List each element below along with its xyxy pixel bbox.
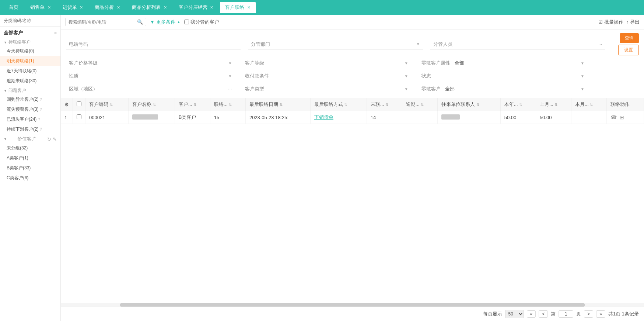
last-method-link[interactable]: 下销货单 — [314, 114, 333, 120]
nav-product-analysis-list[interactable]: 商品分析列表 ✕ — [127, 2, 172, 13]
nav-customer-contact[interactable]: 客户联络 ✕ — [220, 2, 256, 13]
field-retail-attr[interactable]: 零散客户属性 全部 ▼ — [419, 58, 587, 68]
sidebar-item-tomorrow[interactable]: 明天待联络(1) — [0, 56, 60, 66]
col-contacts[interactable]: 往来单位联系人 ⇅ — [437, 98, 500, 111]
sidebar-item-b-class[interactable]: B类客户(33) — [0, 163, 60, 173]
col-customer-name[interactable]: 客户名称 ⇅ — [129, 98, 175, 111]
col-customer-type[interactable]: 客户... ⇅ — [175, 98, 210, 111]
nav-close-sales[interactable]: ✕ — [48, 5, 51, 10]
filter-search-input[interactable] — [69, 20, 135, 25]
sidebar-item-ungroup[interactable]: 未分组(32) — [0, 143, 60, 153]
field-payment-terms[interactable]: 收付款条件 ▼ — [242, 71, 411, 81]
select-all-checkbox[interactable] — [77, 101, 81, 106]
col-contact-count[interactable]: 联络... ⇅ — [210, 98, 245, 111]
nav-close-product-analysis[interactable]: ✕ — [117, 5, 120, 10]
col-last-contact-method[interactable]: 最后联络方式 ⇅ — [310, 98, 367, 111]
my-customers-checkbox[interactable] — [184, 20, 189, 24]
row-last-method[interactable]: 下销货单 — [310, 111, 367, 124]
row-last-month: 50.00 — [536, 111, 571, 124]
chevron-down-icon: ▼ — [581, 87, 584, 91]
sidebar-item-today[interactable]: 今天待联络(0) — [0, 46, 60, 56]
filter-my-customers[interactable]: 我分管的客户 — [184, 19, 219, 25]
nav-close-customer-contact[interactable]: ✕ — [247, 5, 251, 10]
col-this-month[interactable]: 本月... ⇅ — [571, 98, 606, 111]
checkbox-icon: ☑ — [598, 19, 603, 25]
action-icons-container: ☎ ⊞ — [610, 114, 640, 120]
field-gender[interactable]: 性质 ▼ — [66, 71, 235, 81]
batch-operation-btn[interactable]: ☑ 批量操作 — [598, 19, 623, 25]
field-branch-dept[interactable]: 分管部门 ▼ — [248, 39, 423, 49]
masked-contacts — [441, 114, 460, 120]
field-retail-customer[interactable]: 零散客户 全部 ▼ — [419, 84, 587, 94]
page-number-input[interactable] — [559, 310, 573, 318]
field-branch-person[interactable]: 分管人员 ··· — [430, 39, 605, 49]
nav-home[interactable]: 首页 — [4, 2, 24, 13]
export-btn[interactable]: ↑ 导出 — [626, 19, 640, 25]
row-type: B类客户 — [175, 111, 210, 124]
sidebar-item-repurchase-abnormal[interactable]: 回购异常客户(2) ? — [0, 94, 60, 104]
field-customer-grade[interactable]: 客户等级 ▼ — [242, 58, 411, 68]
page-size-select[interactable]: 50 100 200 — [505, 310, 524, 318]
sidebar-all-customers[interactable]: 全部客户 « — [0, 27, 60, 38]
sidebar-item-churned[interactable]: 已流失客户(24) ? — [0, 114, 60, 124]
sidebar-item-7days[interactable]: 近7天待联络(0) — [0, 66, 60, 76]
col-this-year[interactable]: 本年... ⇅ — [500, 98, 536, 111]
first-page-btn[interactable]: « — [527, 310, 536, 318]
sidebar-group-problem: 问题客户 — [0, 86, 60, 94]
query-btn[interactable]: 查询 — [620, 33, 639, 43]
col-overdue[interactable]: 逾期... ⇅ — [402, 98, 437, 111]
nav-close-customer-segment[interactable]: ✕ — [210, 5, 213, 10]
dots-icon[interactable]: ··· — [228, 86, 232, 92]
field-price-level[interactable]: 客户价格等级 ▼ — [66, 58, 235, 68]
grid-action-icon[interactable]: ⊞ — [620, 114, 624, 120]
row-checkbox[interactable] — [73, 111, 85, 124]
sidebar-item-c-class[interactable]: C类客户(6) — [0, 173, 60, 183]
nav-product-analysis[interactable]: 商品分析 ✕ — [90, 2, 125, 13]
adv-filter-row-4: 区域（地区） ··· 客户类型 ▼ 零散客户 全部 ▼ — [66, 84, 639, 94]
field-region[interactable]: 区域（地区） ··· — [66, 84, 235, 94]
phone-action-icon[interactable]: ☎ — [610, 114, 617, 120]
adv-filter-row-2: 客户价格等级 ▼ 客户等级 ▼ 零散客户属性 全部 ▼ — [66, 58, 639, 68]
row-contact-count: 15 — [210, 111, 245, 124]
sort-icon: ⇅ — [229, 103, 232, 107]
col-customer-code[interactable]: 客户编码 ⇅ — [85, 98, 129, 111]
next-page-btn[interactable]: > — [584, 310, 593, 318]
col-settings[interactable]: ⚙ — [61, 98, 73, 111]
col-last-contact-date[interactable]: 最后联络日期 ⇅ — [245, 98, 310, 111]
sidebar-search-input[interactable] — [4, 18, 59, 23]
col-uncontacted[interactable]: 未联... ⇅ — [367, 98, 402, 111]
nav-sales[interactable]: 销售单 ✕ — [25, 2, 56, 13]
horizontal-scrollbar[interactable] — [61, 303, 644, 307]
masked-name — [132, 114, 158, 120]
filter-more-conditions-btn[interactable]: ▼ 更多条件 ▲ — [150, 19, 181, 25]
sort-icon: ⇅ — [280, 103, 283, 107]
row-name — [129, 111, 175, 124]
nav-close-purchase[interactable]: ✕ — [80, 5, 83, 10]
sidebar-item-declining[interactable]: 持续下滑客户(2) ? — [0, 124, 60, 134]
col-checkbox-header[interactable] — [73, 98, 85, 111]
nav-close-product-analysis-list[interactable]: ✕ — [164, 5, 167, 10]
last-page-btn[interactable]: » — [596, 310, 605, 318]
value-refresh-icon[interactable]: ↻ — [47, 137, 51, 142]
sort-icon: ⇅ — [344, 103, 347, 107]
adv-filter-row-3: 性质 ▼ 收付款条件 ▼ 状态 ▼ — [66, 71, 639, 81]
value-edit-icon[interactable]: ✎ — [53, 137, 57, 142]
sidebar-collapse-btn[interactable]: « — [54, 30, 57, 35]
chevron-down-icon: ▼ — [228, 74, 232, 78]
sidebar-search-container: 🔍 — [0, 15, 60, 27]
row-contacts — [437, 111, 500, 124]
col-last-month[interactable]: 上月... ⇅ — [536, 98, 571, 111]
nav-customer-segment[interactable]: 客户分层经营 ✕ — [174, 2, 219, 13]
sidebar-item-a-class[interactable]: A类客户(1) — [0, 153, 60, 163]
prev-page-btn[interactable]: < — [539, 310, 548, 318]
filter-bar: 🔍 ▼ 更多条件 ▲ 我分管的客户 ☑ 批量操作 ↑ 导出 — [61, 15, 644, 30]
field-customer-type[interactable]: 客户类型 ▼ — [242, 84, 411, 94]
dots-icon[interactable]: ··· — [598, 42, 602, 47]
filter-search-icon[interactable]: 🔍 — [137, 19, 143, 25]
setting-btn[interactable]: 设置 — [618, 45, 639, 55]
nav-purchase[interactable]: 进货单 ✕ — [57, 2, 88, 13]
field-status[interactable]: 状态 ▼ — [419, 71, 587, 81]
row-select-checkbox[interactable] — [77, 114, 81, 119]
sidebar-item-churn-warning[interactable]: 流失预警客户(3) ? — [0, 104, 60, 114]
sidebar-item-overdue[interactable]: 逾期未联络(30) — [0, 76, 60, 86]
